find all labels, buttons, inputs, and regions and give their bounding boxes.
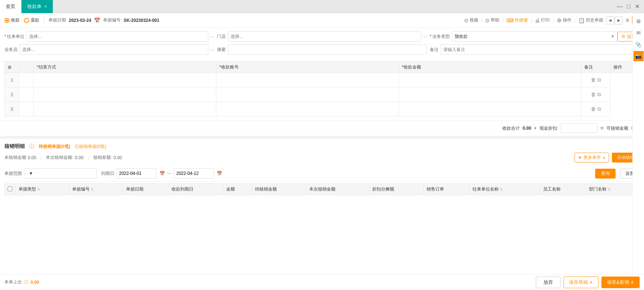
dept-sortable[interactable]: 部门名称 ⇅ [589, 186, 636, 192]
col-gear-header[interactable]: ⚙ [5, 62, 19, 73]
setting-icon: ⚙ [621, 34, 625, 39]
row-2-copy-icon[interactable]: ⧉ [597, 91, 601, 98]
store-input[interactable] [228, 31, 421, 42]
sidebar-screenshot-icon[interactable]: 📷 [633, 51, 644, 61]
pending-tab[interactable]: 待核销单据(0笔) [39, 144, 70, 150]
list-view-icon[interactable]: ≡ [626, 17, 629, 24]
number-sortable[interactable]: 单据编号 ⇅ [72, 186, 119, 192]
row-3-account-input[interactable] [34, 102, 216, 116]
maximize-button[interactable]: □ [625, 3, 632, 11]
business-type-select[interactable]: 预收款 ▼ [452, 31, 617, 42]
close-window-button[interactable]: ✕ [633, 2, 641, 11]
row-1-delete-icon[interactable]: 🗑 [591, 77, 596, 83]
minimize-button[interactable]: — [615, 3, 624, 11]
row-3-copy-icon[interactable]: ⧉ [597, 106, 601, 112]
row-1-amount-input[interactable] [216, 73, 398, 87]
staff-more-btn[interactable]: ··· [210, 47, 214, 52]
completed-tab[interactable]: 已核销单据(0笔) [75, 144, 106, 150]
row-1-copy-icon[interactable]: ⧉ [597, 77, 601, 83]
save-draft-button[interactable]: 保存草稿 ∧ [564, 277, 598, 288]
save-new-button[interactable]: 保存&新增 ∧ [601, 277, 640, 288]
history-icon: 📋 [578, 17, 585, 23]
summary-input[interactable] [228, 44, 427, 55]
notes-input[interactable] [441, 44, 640, 55]
store-more-btn[interactable]: ··· [423, 34, 427, 39]
row-3-account[interactable] [34, 102, 216, 117]
cal-icon-end[interactable]: 📅 [217, 171, 222, 176]
counterparty-label: 往来单位 [7, 34, 24, 40]
row-2-notes-input[interactable] [399, 87, 581, 102]
row-2-settlement-input[interactable] [19, 87, 34, 102]
row-1-settlement-input[interactable] [19, 73, 34, 87]
discount-input[interactable] [561, 124, 597, 133]
query-button[interactable]: 查询 [595, 169, 616, 179]
row-3-action: 🗑 ⧉ [581, 102, 610, 117]
calendar-icon[interactable]: 📅 [94, 17, 100, 23]
nav-next[interactable]: ▶ [615, 16, 623, 24]
col-discount-header: 折扣分摊额 [369, 184, 423, 195]
col-number-label: 单据编号 [72, 186, 90, 192]
tab-receipt-close[interactable]: × [44, 4, 47, 9]
row-1-notes[interactable] [399, 73, 581, 87]
history-button[interactable]: 📋 历史单据 [578, 17, 603, 23]
row-1-amount[interactable] [216, 73, 399, 87]
radio-receipt[interactable]: 收款 [4, 17, 20, 23]
footer-info-icon[interactable]: ⓘ [24, 279, 28, 285]
row-2-settlement[interactable] [19, 87, 34, 102]
row-3-amount[interactable] [216, 102, 399, 117]
counterparty-more-btn[interactable]: ··· [210, 34, 214, 39]
tab-receipt[interactable]: 收款单 × [21, 0, 53, 13]
nav-prev[interactable]: ◀ [606, 16, 614, 24]
row-2-account[interactable] [34, 87, 216, 102]
discount-label: 现金折扣: [539, 125, 558, 132]
notes-label: 备注 [430, 47, 439, 53]
counterparty-sortable[interactable]: 往来单位名称 ⇅ [472, 186, 537, 192]
counterparty-sort-icon: ⇅ [500, 188, 503, 191]
verify-info-icon[interactable]: ⓘ [29, 143, 34, 150]
receipt-type-radio-group: 收款 退款 [4, 17, 39, 23]
print-label: 打印 [541, 17, 550, 23]
row-2-notes[interactable] [399, 87, 581, 102]
row-1-notes-input[interactable] [399, 73, 581, 87]
row-3-amount-input[interactable] [216, 102, 398, 116]
notes-field: 备注 [430, 44, 640, 55]
table-row: 2 🗑 ⧉ [5, 87, 640, 102]
due-date-end-input[interactable] [174, 168, 214, 179]
dept-sort-icon: ⇅ [608, 188, 610, 191]
row-1-account[interactable] [34, 73, 216, 87]
print-button[interactable]: 🖨 打印 [535, 17, 550, 23]
row-2-account-input[interactable] [34, 87, 216, 102]
sidebar-attachment-icon[interactable]: 📎 [633, 39, 644, 50]
row-2-delete-icon[interactable]: 🗑 [591, 91, 596, 98]
verify-stats-row: 未核销金额 0.00 | 本次核销金额: 0.00 | 核销差额: 0.00 ▼… [4, 153, 640, 162]
row-3-settlement[interactable] [19, 102, 34, 117]
row-1-settlement[interactable] [19, 73, 34, 87]
operation-button[interactable]: ⚙ 操作 [557, 17, 572, 23]
radio-refund[interactable]: 退款 [24, 17, 39, 23]
counterparty-field: * 往来单位 ··· [4, 31, 214, 42]
video-button[interactable]: ⊙ 视频 [464, 17, 478, 23]
type-sortable[interactable]: 单据类型 ⇅ [19, 186, 66, 192]
row-3-notes-input[interactable] [399, 102, 581, 116]
select-all-checkbox[interactable] [8, 187, 12, 191]
row-1-account-input[interactable] [34, 73, 216, 87]
due-date-start-input[interactable] [117, 168, 157, 179]
row-3-settlement-input[interactable] [19, 102, 34, 116]
sidebar-email-icon[interactable]: ✉ [633, 28, 644, 38]
help-button[interactable]: ⊙ 帮助 [485, 17, 499, 23]
range-select[interactable]: ▼ [24, 168, 97, 179]
sidebar-grid-icon[interactable]: ⊞ [633, 16, 644, 26]
staff-input[interactable] [20, 44, 208, 55]
more-conditions-btn[interactable]: ▼ 更多条件 ∧ [574, 153, 609, 162]
row-2-amount-input[interactable] [216, 87, 398, 102]
row-3-num: 3 [5, 102, 19, 117]
cal-icon-start[interactable]: 📅 [160, 171, 165, 176]
row-2-amount[interactable] [216, 87, 399, 102]
counterparty-input[interactable] [27, 31, 209, 42]
shortcut-button[interactable]: ⌨ 快捷键 [506, 17, 528, 23]
row-3-delete-icon[interactable]: 🗑 [591, 106, 596, 112]
row-3-notes[interactable] [399, 102, 581, 117]
summary-field: 摘要 [217, 44, 427, 55]
abandon-button[interactable]: 放弃 [536, 277, 561, 288]
tab-home[interactable]: 首页 [0, 0, 21, 13]
